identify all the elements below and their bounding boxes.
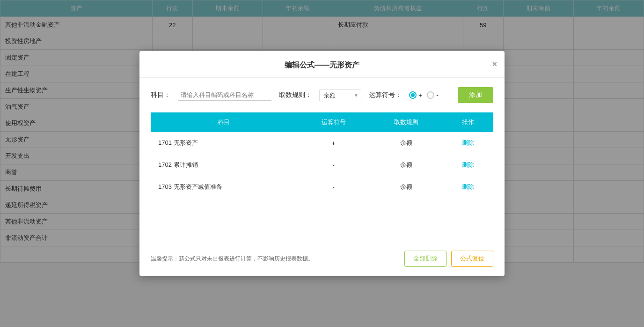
th-subject: 科目 bbox=[151, 112, 297, 132]
formula-form-row: 科目： 取数规则： 余额 借方 贷方 借方发生额 贷方发生额 运算符号： bbox=[151, 87, 493, 103]
modal-title: 编辑公式——无形资产 bbox=[285, 61, 359, 69]
delete-row-button[interactable]: 删除 bbox=[462, 161, 474, 169]
formula-table: 科目 运算符号 取数规则 操作 1701 无形资产+余额删除1702 累计摊销-… bbox=[151, 112, 493, 198]
rule-select-wrap: 余额 借方 贷方 借方发生额 贷方发生额 bbox=[319, 89, 361, 101]
cell-subject: 1702 累计摊销 bbox=[151, 154, 297, 176]
operator-minus-circle bbox=[427, 91, 434, 99]
cell-operator: - bbox=[297, 176, 370, 198]
footer-tip: 温馨提示：新公式只对未出报表进行计算，不影响历史报表数据。 bbox=[151, 255, 314, 263]
add-button[interactable]: 添加 bbox=[458, 87, 493, 103]
cell-rule: 余额 bbox=[370, 132, 443, 154]
cell-subject: 1701 无形资产 bbox=[151, 132, 297, 154]
rule-select[interactable]: 余额 借方 贷方 借方发生额 贷方发生额 bbox=[319, 89, 361, 101]
modal-close-button[interactable]: × bbox=[492, 60, 497, 68]
rule-label: 取数规则： bbox=[279, 91, 312, 99]
cell-rule: 余额 bbox=[370, 154, 443, 176]
operator-plus-label: + bbox=[418, 91, 422, 99]
modal-body: 科目： 取数规则： 余额 借方 贷方 借方发生额 贷方发生额 运算符号： bbox=[139, 78, 505, 243]
table-row: 1702 累计摊销-余额删除 bbox=[151, 154, 493, 176]
subject-input[interactable] bbox=[178, 89, 271, 101]
modal-overlay: 编辑公式——无形资产 × 科目： 取数规则： 余额 借方 贷方 借方发生额 贷方… bbox=[0, 0, 644, 327]
edit-formula-modal: 编辑公式——无形资产 × 科目： 取数规则： 余额 借方 贷方 借方发生额 贷方… bbox=[139, 51, 505, 276]
table-row: 1703 无形资产减值准备-余额删除 bbox=[151, 176, 493, 198]
th-rule: 取数规则 bbox=[370, 112, 443, 132]
cell-action: 删除 bbox=[443, 132, 493, 154]
operator-minus-radio[interactable]: - bbox=[427, 91, 439, 99]
table-header-row: 科目 运算符号 取数规则 操作 bbox=[151, 112, 493, 132]
delete-row-button[interactable]: 删除 bbox=[462, 139, 474, 147]
reset-formula-button[interactable]: 公式复位 bbox=[451, 251, 493, 267]
operator-group: + - bbox=[409, 91, 439, 99]
operator-plus-radio[interactable]: + bbox=[409, 91, 422, 99]
operator-label: 运算符号： bbox=[369, 91, 402, 99]
th-action: 操作 bbox=[443, 112, 493, 132]
delete-row-button[interactable]: 删除 bbox=[462, 183, 474, 191]
cell-operator: - bbox=[297, 154, 370, 176]
cell-action: 删除 bbox=[443, 154, 493, 176]
footer-buttons: 全部删除 公式复位 bbox=[404, 251, 493, 267]
subject-label: 科目： bbox=[151, 91, 170, 99]
modal-footer: 温馨提示：新公式只对未出报表进行计算，不影响历史报表数据。 全部删除 公式复位 bbox=[139, 243, 505, 276]
table-row: 1701 无形资产+余额删除 bbox=[151, 132, 493, 154]
cell-subject: 1703 无形资产减值准备 bbox=[151, 176, 297, 198]
operator-minus-label: - bbox=[436, 91, 439, 99]
cell-operator: + bbox=[297, 132, 370, 154]
th-operator: 运算符号 bbox=[297, 112, 370, 132]
delete-all-button[interactable]: 全部删除 bbox=[404, 251, 446, 267]
cell-rule: 余额 bbox=[370, 176, 443, 198]
operator-plus-circle bbox=[409, 91, 417, 99]
modal-header: 编辑公式——无形资产 × bbox=[139, 51, 505, 78]
cell-action: 删除 bbox=[443, 176, 493, 198]
